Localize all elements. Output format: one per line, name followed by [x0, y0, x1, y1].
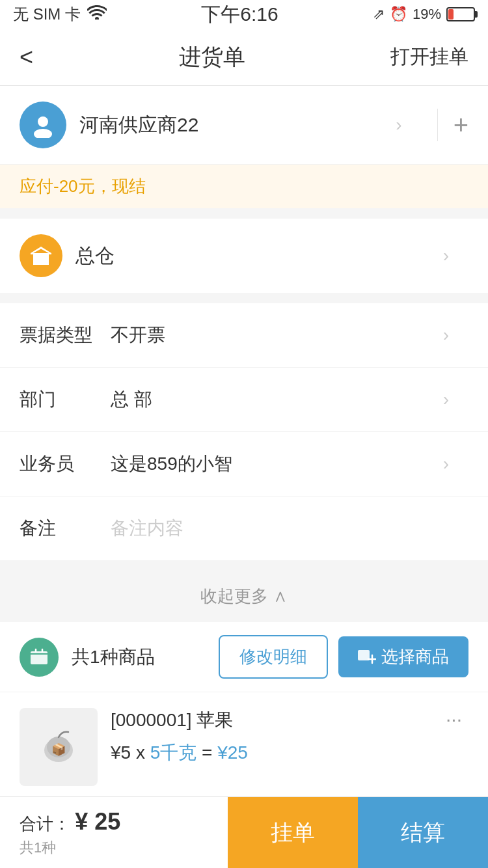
- location-icon: ⇗: [373, 6, 385, 23]
- equals-sign: =: [202, 742, 217, 763]
- price-unit: ¥5: [111, 742, 131, 763]
- svg-point-1: [34, 129, 52, 138]
- department-row[interactable]: 部门 总 部 ›: [0, 367, 488, 431]
- status-left: 无 SIM 卡: [13, 4, 107, 25]
- invoice-label: 票据类型: [20, 323, 98, 347]
- open-hang-button[interactable]: 打开挂单: [390, 44, 468, 70]
- edit-detail-button[interactable]: 修改明细: [219, 635, 328, 679]
- chevron-right-icon: ›: [443, 245, 449, 266]
- collapse-bar[interactable]: 收起更多 ∧: [0, 571, 488, 622]
- warehouse-name: 总仓: [75, 243, 443, 269]
- product-header: 共1种商品 修改明细 选择商品: [0, 622, 488, 692]
- invoice-row[interactable]: 票据类型 不开票 ›: [0, 303, 488, 367]
- total-label: 合计：: [20, 814, 70, 834]
- add-supplier-button[interactable]: +: [454, 112, 468, 138]
- svg-text:📦: 📦: [51, 742, 66, 757]
- multiply-sign: x: [136, 742, 150, 763]
- remark-row[interactable]: 备注 备注内容: [0, 496, 488, 560]
- total-amount: ¥ 25: [75, 808, 120, 835]
- settle-button[interactable]: 结算: [358, 797, 488, 868]
- status-bar: 无 SIM 卡 下午6:16 ⇗ ⏰ 19%: [0, 0, 488, 29]
- salesman-row[interactable]: 业务员 这是859的小智 ›: [0, 431, 488, 496]
- supplier-row[interactable]: 河南供应商22 › +: [0, 86, 488, 165]
- product-total: ¥25: [217, 742, 248, 763]
- salesman-value: 这是859的小智: [111, 452, 443, 476]
- battery-percent: 19%: [413, 6, 441, 23]
- supplier-name: 河南供应商22: [79, 112, 396, 139]
- supplier-avatar: [20, 102, 66, 148]
- form-section: 票据类型 不开票 › 部门 总 部 › 业务员 这是859的小智 › 备注 备注…: [0, 303, 488, 560]
- warehouse-icon: [20, 234, 62, 277]
- warehouse-section: 总仓 ›: [0, 219, 488, 293]
- chevron-right-icon: ›: [443, 325, 449, 346]
- status-right: ⇗ ⏰ 19%: [373, 6, 475, 23]
- status-time: 下午6:16: [201, 1, 278, 28]
- chevron-right-icon: ›: [443, 389, 449, 410]
- product-name: [0000001] 苹果: [111, 708, 439, 733]
- back-button[interactable]: <: [20, 44, 33, 71]
- svg-point-0: [38, 116, 48, 127]
- total-sub: 共1种: [20, 838, 208, 858]
- product-thumbnail: 📦: [20, 708, 98, 786]
- wifi-icon: [87, 5, 107, 23]
- product-section: 共1种商品 修改明细 选择商品 📦 [0000001] 苹果: [0, 622, 488, 802]
- page-title: 进货单: [179, 42, 245, 72]
- warehouse-row[interactable]: 总仓 ›: [0, 219, 488, 293]
- product-qty: 5千克: [150, 742, 197, 763]
- svg-rect-2: [38, 257, 44, 265]
- product-title: 苹果: [197, 710, 233, 730]
- product-count: 共1种商品: [72, 645, 219, 670]
- department-label: 部门: [20, 387, 98, 412]
- select-product-label: 选择商品: [381, 645, 449, 668]
- battery-icon: [446, 7, 475, 21]
- total-section: 合计： ¥ 25 共1种: [0, 797, 228, 868]
- product-info: [0000001] 苹果 ¥5 x 5千克 = ¥25: [111, 708, 439, 765]
- salesman-label: 业务员: [20, 452, 98, 476]
- department-value: 总 部: [111, 387, 443, 412]
- nav-bar: < 进货单 打开挂单: [0, 29, 488, 86]
- product-item: 📦 [0000001] 苹果 ¥5 x 5千克 = ¥25 ···: [0, 692, 488, 802]
- chevron-right-icon: ›: [396, 115, 401, 135]
- more-button[interactable]: ···: [439, 708, 468, 730]
- divider: [437, 109, 438, 141]
- payment-hint: 应付-20元，现结: [0, 165, 488, 208]
- product-price: ¥5 x 5千克 = ¥25: [111, 740, 439, 765]
- product-code: [0000001]: [111, 710, 192, 730]
- invoice-value: 不开票: [111, 323, 443, 347]
- chevron-right-icon: ›: [443, 454, 449, 474]
- carrier-text: 无 SIM 卡: [13, 4, 81, 25]
- remark-label: 备注: [20, 516, 98, 541]
- product-icon: [20, 638, 59, 677]
- remark-placeholder[interactable]: 备注内容: [111, 516, 468, 541]
- supplier-section: 河南供应商22 › + 应付-20元，现结: [0, 86, 488, 208]
- select-product-button[interactable]: 选择商品: [338, 636, 468, 677]
- total-line: 合计： ¥ 25: [20, 808, 208, 835]
- bottom-bar: 合计： ¥ 25 共1种 挂单 结算: [0, 796, 488, 868]
- alarm-icon: ⏰: [390, 6, 407, 23]
- hang-button[interactable]: 挂单: [228, 797, 358, 868]
